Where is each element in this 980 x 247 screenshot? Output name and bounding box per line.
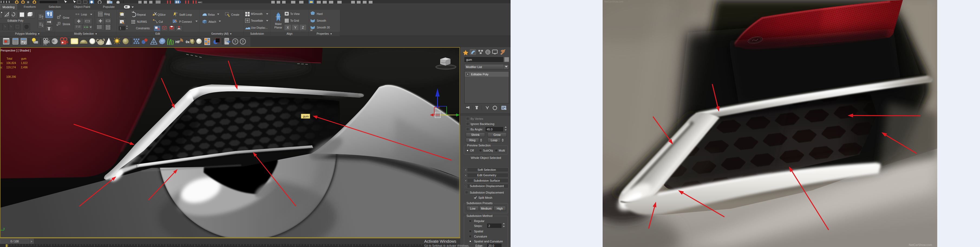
svg-text:Loop: Loop: [81, 13, 87, 16]
svg-text:Cut: Cut: [159, 20, 163, 23]
svg-text:Ring: Ring: [104, 13, 110, 16]
svg-text:20.0: 20.0: [488, 244, 494, 247]
svg-text:MSmooth: MSmooth: [251, 13, 262, 16]
svg-text:SubObj: SubObj: [483, 149, 493, 152]
svg-text:1,822: 1,822: [21, 61, 28, 64]
svg-text:NURMS: NURMS: [137, 20, 147, 23]
svg-text:NetCarShow.com: NetCarShow.com: [909, 243, 932, 247]
svg-text:Loop: Loop: [491, 138, 497, 142]
svg-text:By Angle:: By Angle:: [471, 128, 483, 131]
svg-text:P Connect: P Connect: [179, 20, 192, 23]
svg-text:Planar: Planar: [275, 26, 283, 29]
svg-text:Shrink: Shrink: [471, 133, 480, 136]
svg-text:Subdivision Displacement: Subdivision Displacement: [470, 191, 504, 194]
svg-text:108.296: 108.296: [6, 75, 16, 79]
svg-text:Total: Total: [6, 57, 12, 60]
svg-text:?: ?: [242, 40, 244, 44]
svg-text:Subdivision Displacement: Subdivision Displacement: [470, 184, 504, 188]
svg-text:Soft Selection: Soft Selection: [477, 168, 496, 172]
svg-text:Make: Make: [275, 22, 282, 26]
svg-text:Modifier List: Modifier List: [466, 65, 482, 69]
svg-text:Smooth 30: Smooth 30: [317, 26, 330, 29]
svg-text:Off: Off: [470, 149, 474, 152]
svg-text:>: >: [30, 240, 32, 243]
svg-text:Edit Geometry: Edit Geometry: [477, 173, 496, 177]
svg-text:Hard: Hard: [317, 13, 323, 16]
svg-text:45.0: 45.0: [487, 128, 492, 131]
svg-text:0x: 0x: [186, 40, 190, 44]
svg-text:Y: Y: [294, 26, 296, 30]
svg-text:y: y: [3, 227, 5, 231]
svg-text:Grow: Grow: [63, 16, 70, 19]
svg-text:gum: gum: [303, 115, 309, 118]
svg-text:Regular: Regular: [474, 219, 485, 223]
svg-text:119,174: 119,174: [6, 66, 16, 69]
svg-text:?: ?: [234, 40, 236, 44]
svg-text:HF: HF: [175, 40, 180, 44]
svg-text:Steps:: Steps:: [474, 224, 482, 228]
svg-text:Whole Object Selected: Whole Object Selected: [471, 156, 501, 159]
svg-text:Medium: Medium: [481, 207, 492, 210]
svg-text:Use Displac...: Use Displac...: [251, 26, 268, 29]
svg-text:Ring: Ring: [469, 138, 476, 142]
svg-text:High: High: [497, 207, 503, 210]
svg-text:Z: Z: [302, 26, 304, 30]
svg-text:Subdivision Presets: Subdivision Presets: [466, 202, 493, 205]
svg-text:QSlice: QSlice: [158, 13, 166, 16]
svg-text:2,496: 2,496: [21, 66, 28, 69]
svg-text:Constraints:: Constraints:: [136, 27, 150, 30]
svg-text:To Grid: To Grid: [290, 19, 299, 22]
svg-text:Grow: Grow: [493, 133, 501, 136]
svg-text:ABC: ABC: [198, 1, 202, 3]
svg-text:Shrink: Shrink: [62, 23, 70, 26]
svg-text:106,824: 106,824: [6, 61, 16, 64]
svg-text:Ignore Backfacing: Ignore Backfacing: [471, 122, 494, 125]
svg-text:Editable Poly: Editable Poly: [471, 73, 488, 76]
svg-text:X: X: [287, 26, 289, 30]
svg-text:To View: To View: [290, 13, 300, 16]
svg-text:Editable Poly: Editable Poly: [8, 19, 23, 22]
svg-text:Low: Low: [470, 207, 476, 210]
svg-text:Create: Create: [231, 13, 239, 16]
svg-text:2: 2: [488, 224, 490, 228]
svg-text:Smooth: Smooth: [317, 19, 326, 22]
svg-text:Curvature: Curvature: [474, 235, 487, 238]
svg-text:Spatial: Spatial: [474, 229, 483, 233]
svg-text:Split Mesh: Split Mesh: [478, 196, 492, 199]
svg-text:Preview Selection: Preview Selection: [467, 144, 490, 147]
svg-text:gum: gum: [466, 58, 472, 61]
svg-text:Swift Loop: Swift Loop: [179, 13, 192, 16]
svg-text:Perspective ] [ Shaded ]: Perspective ] [ Shaded ]: [0, 49, 31, 52]
svg-text:Edge:: Edge:: [476, 244, 483, 247]
svg-text:Attach: Attach: [208, 20, 216, 23]
svg-text:Spatial and Curvature: Spatial and Curvature: [474, 240, 503, 243]
svg-text:Subdivision Surface: Subdivision Surface: [474, 179, 500, 182]
svg-text:NetCarShow.com: NetCarShow.com: [604, 0, 623, 3]
svg-text:30: 30: [310, 29, 312, 31]
svg-text:Relax: Relax: [208, 13, 215, 16]
svg-text:Multi: Multi: [499, 149, 505, 152]
svg-text:Repeat: Repeat: [137, 13, 146, 16]
svg-text:1: 1: [120, 27, 121, 30]
svg-text:0 / 100: 0 / 100: [11, 240, 19, 243]
svg-text:gum: gum: [21, 57, 26, 60]
svg-text:By Vertex: By Vertex: [471, 117, 484, 120]
svg-text:Tessellate: Tessellate: [251, 19, 263, 22]
svg-text:Subdivision Method: Subdivision Method: [466, 214, 492, 217]
svg-text:RIGHT: RIGHT: [441, 62, 446, 63]
